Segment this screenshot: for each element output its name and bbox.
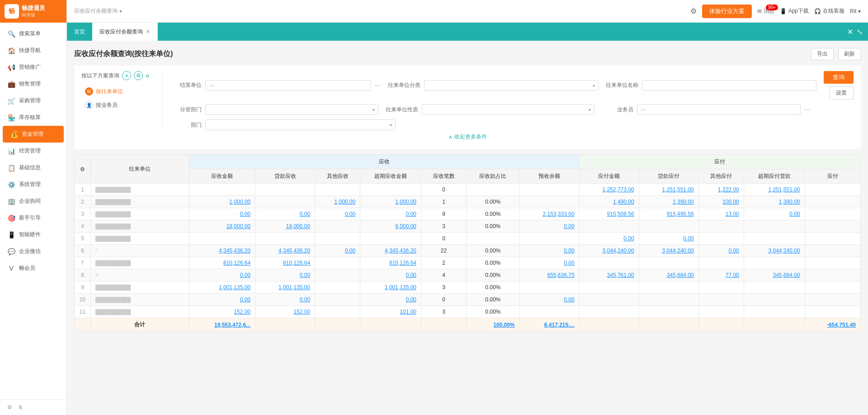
notification-icon: ✉ <box>757 8 762 14</box>
main-area: 应收应付余额查询 ▾ ⚙ 体验行业方案 ✉ 消息 99+ 📱 App下载 🎧 在… <box>67 0 868 415</box>
table-row: 4██████████18,000.0018,000.009,000.0030.… <box>75 220 861 233</box>
settlement-unit-input[interactable] <box>205 80 371 91</box>
page-title: 应收应付余额查询(按往来单位) <box>74 49 173 59</box>
page-content: 应收应付余额查询(按往来单位) 导出 刷新 按以下方案查询 + ⚙ « <box>67 41 868 415</box>
expand-window-icon[interactable]: ⤡ <box>857 28 863 36</box>
col-partner-header: 往来单位 <box>91 155 189 184</box>
add-scheme-button[interactable]: + <box>122 71 131 80</box>
col-ar-count: 应收笔数 <box>421 169 467 184</box>
table-row: 2██████████1,000.001,000.001,000.0010.00… <box>75 196 861 208</box>
footer-ap-total[interactable]: -654,751.40 <box>805 318 860 332</box>
internal-dept-select[interactable] <box>205 119 396 130</box>
col-ar-amount: 应收金额 <box>189 169 255 184</box>
quick-nav-icon: 🏠 <box>7 47 15 54</box>
filter-option-salesman[interactable]: 👤 按业务员 <box>81 98 158 112</box>
sidebar-item-system[interactable]: ⚙️ 系统管理 <box>0 176 66 193</box>
logo-icon: 畅 <box>5 4 19 19</box>
settings-footer-icon[interactable]: ⚙ <box>7 404 12 410</box>
sidebar-item-search-menu[interactable]: 🔍 搜索菜单 <box>0 25 66 42</box>
col-group-ar: 应收 <box>189 155 579 169</box>
sidebar-footer: ⚙ ⏸ <box>0 399 66 415</box>
table-row: 10██████████0.000.000.0000.00%0.00 <box>75 294 861 306</box>
sidebar-item-enterprise[interactable]: 🏢 企业协同 <box>0 193 66 210</box>
refresh-button[interactable]: 刷新 <box>838 48 861 60</box>
collapse-more-button[interactable]: ∧ 收起更多条件 <box>448 133 487 141</box>
footer-ar-ratio: 100.00% <box>467 318 519 332</box>
partner-name-input[interactable] <box>642 80 816 91</box>
sidebar-logo: 畅 畅捷通灵 标准版 <box>0 0 66 23</box>
settlement-dots-icon[interactable]: ··· <box>375 81 381 90</box>
footer-ar-total[interactable]: 19,553,472,6... <box>189 318 255 332</box>
partner-category-select[interactable] <box>424 80 599 91</box>
footer-label: 合计 <box>91 318 189 332</box>
col-settings-icon[interactable]: ⚙ <box>75 155 91 184</box>
partner-cell: P <box>91 269 189 281</box>
sidebar-item-purchase[interactable]: 🛒 采购管理 <box>0 92 66 109</box>
salesman-input[interactable] <box>637 104 801 115</box>
sidebar-item-sales[interactable]: 💼 销售管理 <box>0 76 66 92</box>
sidebar-item-vip[interactable]: V 畅会员 <box>0 260 66 277</box>
table-footer-row: 合计 19,553,472,6... 100.00% 6,417,215....… <box>75 318 861 332</box>
table-row: 7██████████810,126.64810,126.64810,126.6… <box>75 257 861 269</box>
filter-scheme-label: 按以下方案查询 <box>81 72 119 80</box>
notification-area[interactable]: ✉ 消息 99+ <box>757 7 774 15</box>
search-menu-icon: 🔍 <box>7 30 15 38</box>
partner-option-icon: W <box>85 87 93 95</box>
table-row: 6^4,345,436.204,345,436.200.004,345,436.… <box>75 245 861 257</box>
sidebar-item-quick-nav[interactable]: 🏠 快捷导航 <box>0 42 66 59</box>
collapse-left-icon[interactable]: « <box>146 72 150 80</box>
table-row: 11██████████152.00152.00101.0030.00% <box>75 306 861 318</box>
tab-close-icon[interactable]: ✕ <box>146 29 150 35</box>
field-label-dept: 分管部门 <box>170 106 202 114</box>
sidebar-item-guide[interactable]: 🎯 新手引导 <box>0 210 66 226</box>
app-download-icon: 📱 <box>780 8 787 14</box>
chevron-up-icon: ∧ <box>448 134 453 140</box>
user-info[interactable]: Rit ▾ <box>850 8 861 14</box>
chevron-down-icon: ▾ <box>119 8 122 14</box>
settings-button[interactable]: 设置 <box>829 86 854 100</box>
scheme-settings-icon[interactable]: ⚙ <box>134 71 143 80</box>
query-button[interactable]: 查询 <box>824 71 854 84</box>
topbar-actions: ⚙ 体验行业方案 ✉ 消息 99+ 📱 App下载 🎧 在线客服 Rit ▾ <box>690 5 861 18</box>
tab-ar-ap[interactable]: 应收应付余额查询 ✕ <box>92 23 158 41</box>
guide-icon: 🎯 <box>7 215 15 222</box>
collapse-footer-icon[interactable]: ⏸ <box>18 404 23 410</box>
table-row: 5██████████00.000.00 <box>75 233 861 245</box>
export-button[interactable]: 导出 <box>811 48 834 60</box>
col-ap-amount: 应付金额 <box>579 169 639 184</box>
salesman-dots-icon[interactable]: ··· <box>804 105 810 114</box>
vip-icon: V <box>7 265 15 272</box>
sidebar-item-inventory[interactable]: 🏪 库存核算 <box>0 109 66 126</box>
partner-nature-select[interactable] <box>422 104 594 115</box>
sidebar-item-finance[interactable]: 💰 资金管理 <box>3 126 64 143</box>
partner-cell: ██████████ <box>91 294 189 306</box>
operations-icon: 📊 <box>7 148 15 155</box>
field-label-partner-name: 往来单位名称 <box>606 81 638 89</box>
filter-option-partner[interactable]: W 按往来单位 <box>81 85 158 98</box>
footer-advance[interactable]: 6,417,215.... <box>519 318 579 332</box>
filter-panel: 按以下方案查询 + ⚙ « W 按往来单位 👤 按业务员 <box>74 66 861 149</box>
headset-icon: 🎧 <box>814 8 821 14</box>
sidebar-item-basic-info[interactable]: 📋 基础信息 <box>0 159 66 176</box>
sidebar-item-wechat[interactable]: 💬 企业微信 <box>0 243 66 260</box>
data-table: ⚙ 往来单位 应收 应付 应收金额 贷款应收 其他应收 超期应收金额 应收笔数 … <box>74 154 861 332</box>
trial-button[interactable]: 体验行业方案 <box>702 5 752 18</box>
table-row: 9██████████1,001,135.001,001,135.001,001… <box>75 281 861 294</box>
wechat-icon: 💬 <box>7 248 15 255</box>
enterprise-icon: 🏢 <box>7 198 15 205</box>
sidebar-item-marketing[interactable]: 📢 营销推广 <box>0 59 66 76</box>
col-ar-loan: 贷款应收 <box>255 169 315 184</box>
online-service-area[interactable]: 🎧 在线客服 <box>814 7 844 15</box>
partner-cell: ██████████ <box>91 220 189 233</box>
close-window-icon[interactable]: ✕ <box>847 28 853 36</box>
tabbar: 首页 应收应付余额查询 ✕ ✕ ⤡ <box>67 23 868 41</box>
field-label-salesman: 业务员 <box>602 106 633 114</box>
dept-select[interactable] <box>205 104 378 115</box>
sidebar-item-smart-hw[interactable]: 📱 智能硬件 <box>0 226 66 243</box>
notification-badge: 99+ <box>766 5 778 10</box>
gear-icon[interactable]: ⚙ <box>690 7 697 15</box>
tab-home[interactable]: 首页 <box>67 23 92 41</box>
sidebar-item-operations[interactable]: 📊 经营管理 <box>0 143 66 159</box>
app-download-area[interactable]: 📱 App下载 <box>780 7 809 15</box>
purchase-icon: 🛒 <box>7 97 15 105</box>
